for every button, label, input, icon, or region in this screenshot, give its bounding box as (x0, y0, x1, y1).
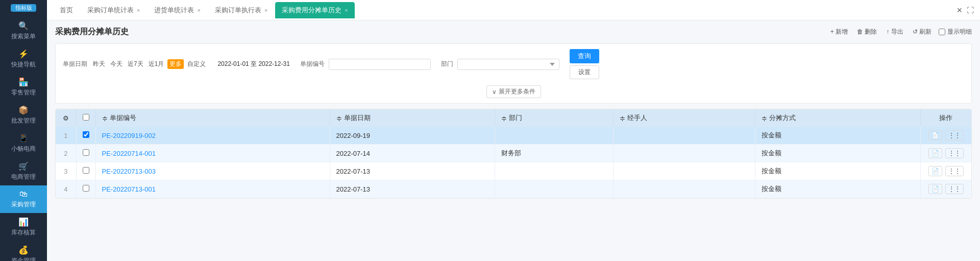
row-splitmethod-1: 按金额 (755, 145, 920, 162)
delete-button[interactable]: 🗑 删除 (855, 27, 879, 37)
custom-shortcut[interactable]: 自定义 (186, 59, 207, 69)
table-row: 1 PE-20220919-002 2022-09-19 按金额 📄 ⋮⋮ (56, 127, 971, 145)
docno-filter-input[interactable] (329, 59, 431, 70)
sidebar-label-wholesale: 批发管理 (11, 116, 36, 125)
row-splitmethod-0: 按金额 (755, 127, 920, 145)
maximize-window-button[interactable]: ⛶ (967, 6, 974, 14)
filter-row: 单据日期 昨天 今天 近7天 近1月 更多 自定义 2022-01-01 至 2… (63, 49, 964, 79)
page-title: 采购费用分摊单历史 (55, 27, 129, 37)
row-more-btn-3[interactable]: ⋮⋮ (945, 184, 964, 194)
col-split-method: ≑分摊方式 (755, 109, 920, 127)
more-shortcut[interactable]: 更多 (167, 59, 184, 69)
tab-label-purchase-order-exec: 采购订单执行表 (215, 6, 261, 15)
page-content: 采购费用分摊单历史 + 新增 🗑 删除 ↑ 导出 ↺ 刷新 显示明细 单据日期 (47, 20, 980, 261)
tab-close-inbound-stats[interactable]: × (197, 7, 200, 13)
row-more-btn-2[interactable]: ⋮⋮ (945, 166, 964, 176)
sidebar-item-ecom[interactable]: 🛒电商管理 (0, 157, 47, 185)
show-columns-checkbox[interactable] (939, 29, 945, 35)
row-docno-link-1[interactable]: PE-20220714-001 (102, 150, 156, 157)
table-body: 1 PE-20220919-002 2022-09-19 按金额 📄 ⋮⋮ 2 (56, 127, 971, 198)
row-docno-link-2[interactable]: PE-20220713-003 (102, 168, 156, 175)
row-checkbox-1[interactable] (83, 149, 89, 156)
col-settings[interactable]: ⚙ (56, 109, 76, 127)
sidebar-icon-miniapp: 📱 (18, 133, 29, 143)
row-num-0: 1 (56, 127, 76, 145)
tab-purchase-cost-history[interactable]: 采购费用分摊单历史× (275, 2, 354, 18)
date-filter-group: 单据日期 昨天 今天 近7天 近1月 更多 自定义 (63, 59, 207, 69)
row-docno-link-0[interactable]: PE-20220919-002 (102, 132, 156, 139)
row-checkbox-cell-0 (76, 127, 95, 145)
tab-inbound-stats[interactable]: 进货单统计表× (148, 2, 207, 18)
filter-bar: 单据日期 昨天 今天 近7天 近1月 更多 自定义 2022-01-01 至 2… (55, 43, 972, 104)
sidebar: 指标版 🔍搜索菜单⚡快捷导航🏪零售管理📦批发管理📱小畅电商🛒电商管理🛍采购管理📊… (0, 0, 47, 261)
sidebar-item-quicknav[interactable]: ⚡快捷导航 (0, 45, 47, 73)
row-dept-2 (495, 162, 614, 180)
filter-settings-button[interactable]: 设置 (570, 65, 599, 79)
export-button[interactable]: ↑ 导出 (884, 27, 905, 37)
row-checkbox-cell-3 (76, 180, 95, 198)
last1month-shortcut[interactable]: 近1月 (147, 59, 166, 69)
dept-filter-group: 部门 财务部 (441, 59, 559, 70)
row-num-3: 4 (56, 180, 76, 198)
sidebar-label-search: 搜索菜单 (11, 32, 36, 41)
row-docno-1: PE-20220714-001 (95, 145, 330, 162)
dept-filter-select[interactable]: 财务部 (457, 59, 559, 70)
sidebar-icon-search: 🔍 (18, 21, 29, 31)
docno-filter-group: 单据编号 (300, 59, 431, 70)
row-docno-3: PE-20220713-001 (95, 180, 330, 198)
sidebar-label-finance: 资金管理 (11, 256, 36, 261)
row-checkbox-2[interactable] (83, 167, 89, 174)
sidebar-item-finance[interactable]: 💰资金管理 (0, 241, 47, 261)
refresh-button[interactable]: ↺ 刷新 (911, 27, 934, 37)
sidebar-item-miniapp[interactable]: 📱小畅电商 (0, 129, 47, 157)
sidebar-logo: 指标版 (11, 4, 36, 12)
tab-close-purchase-order-exec[interactable]: × (264, 7, 267, 13)
row-view-btn-1[interactable]: 📄 (928, 148, 942, 158)
expand-filter-button[interactable]: ∨ 展开更多条件 (486, 85, 541, 98)
query-button[interactable]: 查询 (570, 49, 599, 63)
tab-close-purchase-order-stats[interactable]: × (137, 7, 140, 13)
row-handler-2 (614, 162, 755, 180)
today-shortcut[interactable]: 今天 (109, 59, 124, 69)
add-button[interactable]: + 新增 (828, 27, 850, 37)
date-range-display: 2022-01-01 至 2022-12-31 (217, 60, 289, 68)
row-checkbox-0[interactable] (83, 131, 89, 138)
tab-purchase-order-stats[interactable]: 采购订单统计表× (81, 2, 146, 18)
close-window-button[interactable]: ✕ (957, 6, 963, 14)
row-more-btn-1[interactable]: ⋮⋮ (945, 148, 964, 158)
row-view-btn-0[interactable]: 📄 (928, 130, 942, 140)
select-all-checkbox[interactable] (83, 114, 89, 121)
row-docno-link-3[interactable]: PE-20220713-001 (102, 185, 156, 193)
row-view-btn-3[interactable]: 📄 (928, 184, 942, 194)
col-doc-no: ≑单据编号 (95, 109, 330, 127)
sidebar-item-retail[interactable]: 🏪零售管理 (0, 73, 47, 101)
row-actions-3: 📄 ⋮⋮ (920, 180, 971, 198)
sidebar-item-search[interactable]: 🔍搜索菜单 (0, 17, 47, 45)
row-actions-2: 📄 ⋮⋮ (920, 162, 971, 180)
yesterday-shortcut[interactable]: 昨天 (91, 59, 107, 69)
row-checkbox-3[interactable] (83, 185, 89, 192)
sidebar-label-ecom: 电商管理 (11, 173, 36, 181)
row-checkbox-cell-2 (76, 162, 95, 180)
row-docdate-2: 2022-07-13 (330, 162, 495, 180)
show-columns-checkbox-label[interactable]: 显示明细 (939, 28, 972, 36)
sidebar-label-miniapp: 小畅电商 (11, 145, 36, 153)
filter-buttons: 查询 设置 (570, 49, 599, 79)
sidebar-icon-inventory: 📊 (18, 217, 29, 227)
last7days-shortcut[interactable]: 近7天 (126, 59, 145, 69)
tab-close-purchase-cost-history[interactable]: × (345, 7, 348, 13)
sidebar-item-purchase[interactable]: 🛍采购管理 (0, 185, 47, 213)
sidebar-icon-quicknav: ⚡ (18, 49, 29, 59)
sidebar-item-wholesale[interactable]: 📦批发管理 (0, 101, 47, 129)
row-view-btn-2[interactable]: 📄 (928, 166, 942, 176)
dept-filter-label: 部门 (441, 60, 453, 68)
tab-home[interactable]: 首页 (53, 2, 80, 18)
expand-icon: ∨ (492, 88, 497, 96)
row-more-btn-0[interactable]: ⋮⋮ (945, 130, 964, 140)
sidebar-item-inventory[interactable]: 📊库存核算 (0, 213, 47, 241)
sidebar-label-purchase: 采购管理 (11, 200, 36, 209)
row-dept-0 (495, 127, 614, 145)
sidebar-icon-finance: 💰 (18, 245, 29, 255)
tab-purchase-order-exec[interactable]: 采购订单执行表× (208, 2, 274, 18)
sidebar-label-retail: 零售管理 (11, 88, 36, 97)
